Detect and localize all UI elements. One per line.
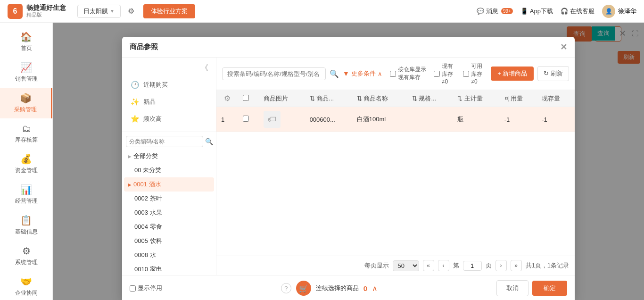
checkbox-warehouse[interactable]: 按仓库显示现有库存 bbox=[390, 66, 428, 82]
main-search-input[interactable] bbox=[222, 67, 326, 80]
prev-page-btn[interactable]: ‹ bbox=[438, 260, 449, 271]
nav-selector-arrow: ▼ bbox=[110, 8, 115, 14]
checkbox-available-nonzero-input[interactable] bbox=[463, 71, 469, 77]
operations-icon: 📊 bbox=[20, 184, 32, 195]
avatar: 👤 bbox=[602, 5, 615, 18]
sidebar-item-basic-info[interactable]: 📋 基础信息 bbox=[0, 210, 52, 241]
sort-icon-name[interactable]: ⇅ bbox=[357, 95, 362, 102]
table-row[interactable]: 1 🏷 000600... 白酒100ml 瓶 bbox=[216, 107, 575, 132]
td-name: 白酒100ml bbox=[352, 107, 407, 132]
cancel-btn[interactable]: 取消 bbox=[496, 280, 528, 296]
category-0008-label: 0008 水 bbox=[128, 251, 156, 259]
next-page-btn[interactable]: › bbox=[495, 260, 507, 271]
left-nav-frequent-label: 频次高 bbox=[143, 115, 162, 123]
select-all-checkbox[interactable] bbox=[243, 95, 249, 101]
sidebar-label-sales: 销售管理 bbox=[15, 75, 38, 83]
category-0005[interactable]: 0005 饮料 bbox=[124, 234, 214, 248]
collapse-left-btn[interactable]: 《 bbox=[197, 61, 212, 75]
category-all[interactable]: ▶ 全部分类 bbox=[124, 149, 214, 163]
sidebar: 🏠 首页 📈 销售管理 📦 采购管理 🗂 库存核算 💰 资金管理 📊 经营管理 … bbox=[0, 23, 53, 300]
right-panel: 🔍 ▼ 更多条件 ∧ 按仓库显示现有库存 bbox=[216, 58, 575, 275]
avatar-area[interactable]: 👤 徐泽华 bbox=[602, 5, 636, 18]
left-nav-new[interactable]: ✨ 新品 bbox=[126, 95, 212, 109]
per-page-select[interactable]: 50 20 100 bbox=[393, 260, 419, 271]
sidebar-item-sales[interactable]: 📈 销售管理 bbox=[0, 57, 52, 88]
username-label: 徐泽华 bbox=[618, 7, 636, 16]
category-0004-label: 0004 零食 bbox=[128, 223, 162, 231]
main-search-icon[interactable]: 🔍 bbox=[330, 69, 339, 78]
td-code: 000600... bbox=[305, 107, 352, 132]
sidebar-label-finance: 资金管理 bbox=[15, 167, 38, 175]
category-search-input[interactable] bbox=[126, 136, 203, 147]
category-0002[interactable]: 0002 茶叶 bbox=[124, 192, 214, 206]
checkbox-stock-nonzero[interactable]: 现有库存≠0 bbox=[434, 62, 458, 85]
category-all-label: 全部分类 bbox=[133, 152, 158, 160]
checkbox-stock-nonzero-input[interactable] bbox=[434, 71, 440, 77]
cart-btn[interactable]: 🛒 bbox=[296, 281, 311, 296]
last-page-btn[interactable]: » bbox=[511, 260, 522, 271]
add-product-btn[interactable]: + 新增商品 bbox=[491, 67, 534, 81]
sort-icon-code[interactable]: ⇅ bbox=[310, 95, 315, 102]
sidebar-label-operations: 经营管理 bbox=[15, 197, 38, 205]
td-checkbox[interactable] bbox=[238, 107, 259, 132]
show-disabled-label[interactable]: 显示停用 bbox=[130, 284, 162, 292]
sidebar-item-inventory[interactable]: 🗂 库存核算 bbox=[0, 118, 52, 149]
checkbox-available-nonzero[interactable]: 可用库存≠0 bbox=[463, 62, 487, 85]
th-settings[interactable]: ⚙ bbox=[216, 90, 238, 107]
category-search-icon[interactable]: 🔍 bbox=[205, 138, 213, 145]
product-image: 🏷 bbox=[264, 111, 281, 128]
sidebar-item-purchase[interactable]: 📦 采购管理 bbox=[0, 88, 52, 118]
sidebar-item-enterprise[interactable]: 🤝 企业协同 bbox=[0, 271, 52, 300]
refresh-btn[interactable]: ↻ 刷新 bbox=[537, 66, 569, 81]
sidebar-item-finance[interactable]: 💰 资金管理 bbox=[0, 149, 52, 179]
th-stock: 现存量 bbox=[537, 90, 575, 107]
sidebar-item-home[interactable]: 🏠 首页 bbox=[0, 26, 52, 57]
page-input[interactable] bbox=[463, 261, 482, 271]
gear-icon[interactable]: ⚙ bbox=[124, 5, 138, 18]
page-label: 第 bbox=[453, 261, 459, 270]
td-stock: -1 bbox=[537, 107, 575, 132]
message-badge: 99+ bbox=[501, 8, 513, 14]
category-0008[interactable]: 0008 水 bbox=[124, 248, 214, 262]
purchase-icon: 📦 bbox=[20, 92, 32, 104]
checkbox-warehouse-input[interactable] bbox=[390, 71, 396, 77]
category-0010[interactable]: 0010 家电 bbox=[124, 262, 214, 271]
confirm-btn[interactable]: 确定 bbox=[532, 281, 567, 296]
modal-close-btn[interactable]: ✕ bbox=[560, 43, 567, 51]
category-0001[interactable]: ▶ 0001 酒水 bbox=[124, 177, 214, 192]
message-item[interactable]: 💬 消息 99+ bbox=[477, 7, 513, 16]
table-area: ⚙ 商品图片 ⇅ 商品... bbox=[216, 90, 575, 256]
left-nav-recent[interactable]: 🕐 近期购买 bbox=[126, 78, 212, 92]
home-icon: 🏠 bbox=[20, 31, 32, 42]
category-0004[interactable]: 0004 零食 bbox=[124, 220, 214, 234]
experience-btn[interactable]: 体验行业方案 bbox=[143, 4, 195, 18]
online-service-item[interactable]: 🎧 在线客服 bbox=[561, 7, 594, 16]
sidebar-label-inventory: 库存核算 bbox=[15, 136, 38, 144]
row-checkbox[interactable] bbox=[243, 116, 249, 122]
first-page-btn[interactable]: « bbox=[423, 260, 434, 271]
category-00[interactable]: 00 未分类 bbox=[124, 163, 214, 177]
filter-btn[interactable]: ▼ 更多条件 ∧ bbox=[343, 69, 382, 78]
sort-icon-unit[interactable]: ⇅ bbox=[457, 95, 462, 102]
help-icon[interactable]: ? bbox=[281, 283, 291, 293]
left-nav-frequent[interactable]: ⭐ 频次高 bbox=[126, 112, 212, 126]
category-0010-label: 0010 家电 bbox=[128, 265, 162, 271]
nav-selector-label: 日太阳膜 bbox=[83, 7, 108, 16]
app-download-item[interactable]: 📱 App下载 bbox=[520, 7, 553, 16]
category-search-row: 🔍 bbox=[122, 134, 216, 149]
category-0003[interactable]: 0003 水果 bbox=[124, 206, 214, 220]
finance-icon: 💰 bbox=[20, 153, 32, 165]
sidebar-item-system[interactable]: ⚙ 系统管理 bbox=[0, 241, 52, 271]
nav-selector[interactable]: 日太阳膜 ▼ bbox=[77, 5, 121, 18]
footer-center: ? 🛒 连续选择的商品 0 ∧ bbox=[162, 281, 496, 296]
sidebar-item-operations[interactable]: 📊 经营管理 bbox=[0, 179, 52, 210]
sort-icon-spec[interactable]: ⇅ bbox=[412, 95, 417, 102]
footer-collapse-btn[interactable]: ∧ bbox=[372, 284, 378, 293]
td-unit: 瓶 bbox=[453, 107, 499, 132]
modal-overlay: 商品参照 ✕ 《 🕐 近期购买 bbox=[53, 23, 644, 300]
show-disabled-checkbox[interactable] bbox=[130, 285, 136, 292]
th-img: 商品图片 bbox=[259, 90, 305, 107]
left-panel-top: 《 🕐 近期购买 ✨ 新品 ⭐ bbox=[122, 61, 216, 130]
inventory-icon: 🗂 bbox=[22, 123, 31, 134]
basic-info-icon: 📋 bbox=[20, 215, 32, 226]
